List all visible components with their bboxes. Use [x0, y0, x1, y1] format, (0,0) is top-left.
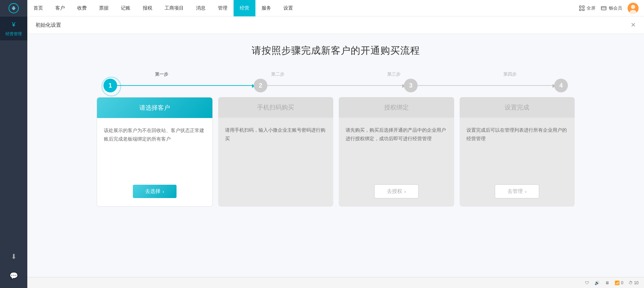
content-body: 请按照步骤完成新客户的开通购买流程 第一步 第二步 第三步 第四步: [27, 34, 644, 217]
card-3-header: 授权绑定: [339, 97, 454, 118]
step-4-circle: 4: [554, 79, 568, 92]
step-label-2: 第二步: [220, 71, 336, 77]
nav-message[interactable]: 消息: [190, 0, 212, 16]
steps-container: 第一步 第二步 第三步 第四步 1: [41, 71, 630, 207]
sidebar-item-management[interactable]: ¥ 经营管理: [0, 16, 27, 40]
card-4-header: 设置完成: [460, 97, 575, 118]
svg-rect-5: [601, 6, 606, 10]
card-2-header: 手机扫码购买: [218, 97, 334, 118]
step-circles-row: 1 ▶ 2 ▶: [86, 79, 585, 92]
step-card-2: 手机扫码购买 请用手机扫码，输入小微企业主账号密码进行购买: [218, 97, 334, 207]
volume-icon: 🔊: [594, 280, 600, 285]
page-title: 初始化设置: [36, 22, 61, 28]
sidebar-bottom: ⬇ 💬: [0, 248, 27, 288]
navbar: 首页 客户 收费 票据 记账 报税 工商项目 消息 管理 经营 服务 设置 全屏…: [0, 0, 644, 16]
nav-home[interactable]: 首页: [27, 0, 49, 16]
step-labels-row: 第一步 第二步 第三步 第四步: [86, 71, 585, 77]
svg-rect-1: [579, 6, 581, 8]
go-authorize-button[interactable]: 去授权 ›: [374, 184, 419, 198]
card-1-body: 该处展示的客户为不在回收站、客户状态正常建账后完成老板端绑定的所有客户: [97, 118, 212, 179]
nav-manage[interactable]: 管理: [212, 0, 234, 16]
nav-business[interactable]: 工商项目: [158, 0, 190, 16]
network-status: 📶 0: [615, 280, 623, 285]
download-button[interactable]: ⬇: [0, 248, 27, 265]
nav-accounting[interactable]: 记账: [115, 0, 137, 16]
fullscreen-btn[interactable]: 全屏: [579, 5, 596, 11]
step-3-circle: 3: [404, 79, 418, 92]
step-circle-1: 1: [103, 79, 117, 92]
close-button[interactable]: ✕: [631, 21, 636, 29]
svg-rect-2: [583, 6, 584, 8]
nav-fee[interactable]: 收费: [71, 0, 93, 16]
status-bar: ▶ 完成 🛡 🔊 🖥 📶 0 ⏱ 10: [0, 277, 644, 288]
step-circle-3: 3: [404, 79, 418, 92]
card-2-body: 请用手机扫码，输入小微企业主账号密码进行购买: [218, 118, 334, 193]
step-circle-4: 4: [554, 79, 568, 92]
nav-settings[interactable]: 设置: [277, 0, 299, 16]
card-1-footer: 去选择 ›: [97, 179, 212, 206]
yuan-icon: ¥: [9, 20, 18, 30]
sidebar: ¥ 经营管理 ⬇ 💬: [0, 0, 27, 288]
step-line-1: ▶: [117, 85, 254, 86]
svg-point-8: [631, 5, 635, 9]
step-line-3: ▶: [418, 85, 554, 86]
sidebar-item-label: 经营管理: [5, 31, 22, 37]
member-btn[interactable]: 畅会员: [601, 5, 622, 11]
step-label-3: 第三步: [336, 71, 452, 77]
step-card-4: 设置完成 设置完成后可以在管理列表进行所有企业用户的经营管理 去管理 ›: [460, 97, 575, 207]
card-1-header: 请选择客户: [97, 97, 212, 118]
page-header: 初始化设置 ✕: [27, 16, 644, 34]
display-icon: 🖥: [605, 280, 609, 285]
navbar-right: 全屏 畅会员: [579, 3, 644, 14]
nav-service[interactable]: 服务: [255, 0, 277, 16]
cards-row: 请选择客户 该处展示的客户为不在回收站、客户状态正常建账后完成老板端绑定的所有客…: [86, 97, 585, 207]
card-3-body: 请先购买，购买后选择开通的产品中的企业用户进行授权绑定，成功后即可进行经营管理: [339, 118, 454, 179]
card-2-footer: [218, 193, 334, 207]
shield-icon: 🛡: [585, 280, 589, 285]
step-2-circle: 2: [254, 79, 267, 92]
nav-operation[interactable]: 经营: [234, 0, 255, 16]
step-card-1: 请选择客户 该处展示的客户为不在回收站、客户状态正常建账后完成老板端绑定的所有客…: [97, 97, 213, 207]
nav-invoice[interactable]: 票据: [93, 0, 115, 16]
user-avatar[interactable]: [628, 3, 639, 14]
sidebar-logo: [0, 0, 27, 16]
step-line-2: ▶: [267, 85, 404, 86]
card-3-footer: 去授权 ›: [339, 179, 454, 207]
step-card-3: 授权绑定 请先购买，购买后选择开通的产品中的企业用户进行授权绑定，成功后即可进行…: [339, 97, 454, 207]
svg-rect-4: [583, 9, 584, 11]
main-content: 初始化设置 ✕ 请按照步骤完成新客户的开通购买流程 第一步 第二步 第三步 第四…: [27, 16, 644, 277]
card-4-body: 设置完成后可以在管理列表进行所有企业用户的经营管理: [460, 118, 575, 179]
go-select-button[interactable]: 去选择 ›: [133, 185, 177, 198]
nav-customer[interactable]: 客户: [49, 0, 71, 16]
status-bar-right: 🛡 🔊 🖥 📶 0 ⏱ 10: [585, 280, 639, 285]
card-4-footer: 去管理 ›: [460, 179, 575, 207]
step-circle-2: 2: [254, 79, 267, 92]
step-label-4: 第四步: [452, 71, 568, 77]
support-button[interactable]: 💬: [0, 267, 27, 284]
go-manage-button[interactable]: 去管理 ›: [495, 184, 539, 198]
main-title: 请按照步骤完成新客户的开通购买流程: [41, 44, 630, 57]
time-display: ⏱ 10: [629, 280, 639, 285]
step-1-circle: 1: [103, 79, 117, 92]
svg-rect-3: [579, 9, 581, 11]
nav-tax[interactable]: 报税: [137, 0, 158, 16]
step-label-1: 第一步: [103, 71, 220, 77]
